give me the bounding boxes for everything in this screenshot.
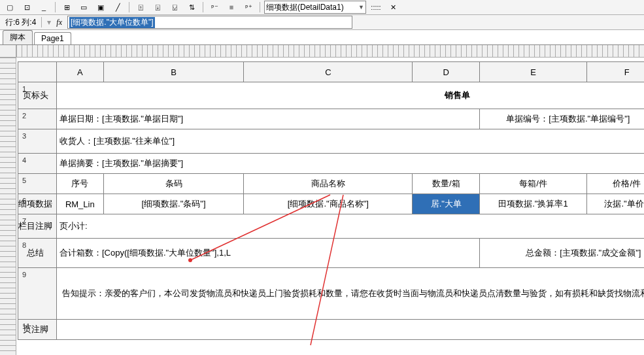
corner-cell[interactable] xyxy=(18,62,57,82)
col-D[interactable]: D xyxy=(413,62,480,82)
tab-page1[interactable]: Page1 xyxy=(34,32,71,44)
cell-d-name[interactable]: [细项数据."商品名称"] xyxy=(244,194,413,214)
ruler-horizontal[interactable] xyxy=(16,45,644,58)
cell-receiver[interactable]: 收货人：[主项数据."往来单位"] xyxy=(57,129,645,154)
row-1: 1页标头 销售单 xyxy=(18,82,645,109)
col-F[interactable]: F xyxy=(586,62,644,82)
fx-icon[interactable]: fx xyxy=(56,18,62,27)
ruler-vertical[interactable] xyxy=(0,58,16,355)
row-9: 9 告知提示：亲爱的客户们，本公司发货物流员和快递员上门验货损耗和数量，请您在收… xyxy=(18,268,645,320)
cell-h-price[interactable]: 价格/件 xyxy=(586,174,644,194)
cell-total-box[interactable]: 合计箱数：[Copy([细项数据."大单位数量"],1,L xyxy=(57,239,480,268)
cell-h-qtybox[interactable]: 数量/箱 xyxy=(413,174,480,194)
cell-d-qtybox-selected[interactable]: 居."大单 xyxy=(413,194,480,214)
row-header-1[interactable]: 1页标头 xyxy=(18,82,57,109)
row-header-7[interactable]: 7栏目注脚 xyxy=(18,214,57,239)
row-header-3[interactable]: 3 xyxy=(18,129,57,154)
row-header-4[interactable]: 4 xyxy=(18,154,57,174)
cell-h-seq[interactable]: 序号 xyxy=(57,174,104,194)
col-C[interactable]: C xyxy=(244,62,413,82)
datasource-combo[interactable]: 细项数据(DetailData1) ▼ xyxy=(264,1,366,14)
merge-icon[interactable]: ▭ xyxy=(76,1,91,14)
grid-icon[interactable]: ⊞ xyxy=(59,1,74,14)
row-2: 2 单据日期：[主项数据."单据日期"] 单据编号：[主项数据."单据编号"] xyxy=(18,109,645,129)
zoom-out-icon[interactable]: ᵖ⁻ xyxy=(207,1,222,14)
row-header-5[interactable]: 5 xyxy=(18,174,57,194)
cell-title[interactable]: 销售单 xyxy=(57,82,645,109)
row-7: 7栏目注脚 页小计: xyxy=(18,214,645,239)
row-11: 11页注脚 [_RM_Page]/[_RM_TotalPages] xyxy=(18,320,645,340)
row-header-2[interactable]: 2 xyxy=(18,109,57,129)
cell-code[interactable]: 单据编号：[主项数据."单据编号"] xyxy=(480,109,644,129)
main-toolbar: ▢ ⊡ _ ⊞ ▭ ▣ ╱ ⍐ ⍗ ⍌ ⇅ ᵖ⁻ ≡ ᵖ⁺ 细项数据(Detai… xyxy=(0,0,644,15)
align-bottom2-icon[interactable]: ⍌ xyxy=(167,1,182,14)
cell-h-barcode[interactable]: 条码 xyxy=(103,174,244,194)
cell-subtotal[interactable]: 页小计: xyxy=(57,214,645,239)
page-tabs: 脚本 Page1 xyxy=(0,30,644,45)
cell-foot-blank[interactable] xyxy=(57,320,645,340)
cell-d-seq[interactable]: RM_Lin xyxy=(57,194,104,214)
row-icon[interactable]: ≡ xyxy=(224,1,239,14)
row-5: 5 序号 条码 商品名称 数量/箱 每箱/件 价格/件 数量/件 金额 xyxy=(18,174,645,194)
grid-lines-icon[interactable]: ::::: xyxy=(369,1,383,14)
border-dots-icon[interactable]: ⊡ xyxy=(20,1,34,14)
zoom-in-icon[interactable]: ᵖ⁺ xyxy=(241,1,256,14)
cell-summary[interactable]: 单据摘要：[主项数据."单据摘要"] xyxy=(57,154,645,174)
formula-value: [细项数据."大单位数单"] xyxy=(69,17,155,28)
border-outer-icon[interactable]: ▣ xyxy=(93,1,108,14)
col-header-row: A B C D E F G H xyxy=(18,62,645,82)
cell-notice[interactable]: 告知提示：亲爱的客户们，本公司发货物流员和快递员上门验货损耗和数量，请您在收货时… xyxy=(57,268,645,320)
report-designer[interactable]: A B C D E F G H 1页标头 销售单 2 单据日期：[主项 xyxy=(16,58,644,355)
cell-h-perbox[interactable]: 每箱/件 xyxy=(480,174,586,194)
formula-input[interactable]: [细项数据."大单位数单"] xyxy=(67,16,352,29)
col-E[interactable]: E xyxy=(480,62,586,82)
close-icon[interactable]: ✕ xyxy=(386,1,400,14)
cell-date[interactable]: 单据日期：[主项数据."单据日期"] xyxy=(57,109,480,129)
fx-dropdown-icon[interactable]: ▾ xyxy=(47,18,51,27)
align-top-icon[interactable]: ⍐ xyxy=(133,1,148,14)
row-8: 8总结 合计箱数：[Copy([细项数据."大单位数量"],1,L 总金额：[主… xyxy=(18,239,645,268)
cell-d-price[interactable]: 汝据."单价"] xyxy=(586,194,644,214)
row-header-8[interactable]: 8总结 xyxy=(18,239,57,268)
border-none-icon[interactable]: ▢ xyxy=(3,1,17,14)
cell-h-name[interactable]: 商品名称 xyxy=(244,174,413,194)
row-3: 3 收货人：[主项数据."往来单位"] xyxy=(18,129,645,154)
report-grid: A B C D E F G H 1页标头 销售单 2 单据日期：[主项 xyxy=(18,61,644,340)
cell-position-label: 行:6 列:4 xyxy=(5,17,36,28)
row-header-11[interactable]: 11页注脚 xyxy=(18,320,57,340)
border-style-icon[interactable]: ╱ xyxy=(110,1,125,14)
cell-d-perbox[interactable]: 田项数据."换算率1 xyxy=(480,194,586,214)
row-header-6[interactable]: 6细项数据 xyxy=(18,194,57,214)
col-A[interactable]: A xyxy=(57,62,104,82)
cell-d-barcode[interactable]: [细项数据."条码"] xyxy=(103,194,244,214)
formula-bar: 行:6 列:4 ▾ fx [细项数据."大单位数单"] xyxy=(0,15,644,30)
tab-script[interactable]: 脚本 xyxy=(3,30,33,44)
cell-total-amt[interactable]: 总金额：[主项数据."成交金额"] xyxy=(480,239,644,268)
row-4: 4 单据摘要：[主项数据."单据摘要"] xyxy=(18,154,645,174)
distribute-icon[interactable]: ⇅ xyxy=(184,1,199,14)
col-B[interactable]: B xyxy=(103,62,244,82)
row-6: 6细项数据 RM_Lin [细项数据."条码"] [细项数据."商品名称"] 居… xyxy=(18,194,645,214)
align-middle-icon[interactable]: ⍗ xyxy=(150,1,165,14)
row-header-9[interactable]: 9 xyxy=(18,268,57,320)
border-bottom-icon[interactable]: _ xyxy=(37,1,51,14)
datasource-combo-label: 细项数据(DetailData1) xyxy=(266,2,344,13)
chevron-down-icon: ▼ xyxy=(358,4,364,10)
ruler-corner xyxy=(0,45,16,58)
